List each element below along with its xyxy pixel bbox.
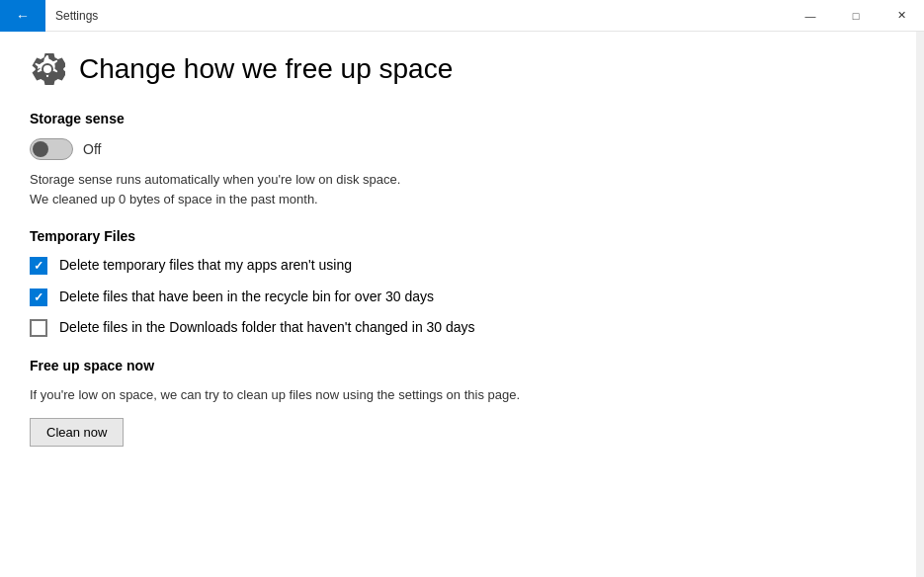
- checkbox-label-3: Delete files in the Downloads folder tha…: [59, 318, 475, 338]
- free-up-space-description: If you're low on space, we can try to cl…: [30, 385, 894, 405]
- toggle-thumb: [33, 141, 48, 157]
- storage-sense-description: Storage sense runs automatically when yo…: [30, 170, 894, 208]
- checkbox-2[interactable]: ✓: [30, 288, 47, 306]
- page-header: Change how we free up space: [30, 51, 894, 87]
- window-title: Settings: [45, 9, 788, 23]
- storage-sense-title: Storage sense: [30, 111, 894, 126]
- checkbox-label-2: Delete files that have been in the recyc…: [59, 288, 434, 307]
- checkbox-3[interactable]: [30, 319, 47, 337]
- temporary-files-section: Temporary Files ✓ Delete temporary files…: [30, 228, 894, 338]
- back-arrow-icon: ←: [16, 8, 30, 24]
- toggle-track: [30, 138, 73, 160]
- storage-sense-section: Storage sense Off Storage sense runs aut…: [30, 111, 894, 208]
- close-button[interactable]: ✕: [879, 0, 924, 32]
- storage-sense-desc-line1: Storage sense runs automatically when yo…: [30, 172, 400, 187]
- checkbox-item-3: Delete files in the Downloads folder tha…: [30, 318, 894, 338]
- gear-icon: [30, 51, 65, 87]
- toggle-state-label: Off: [83, 141, 101, 157]
- window-controls: — □ ✕: [788, 0, 924, 32]
- free-up-space-section: Free up space now If you're low on space…: [30, 358, 894, 448]
- storage-sense-toggle[interactable]: [30, 138, 73, 160]
- minimize-button[interactable]: —: [788, 0, 833, 32]
- checkbox-item-1: ✓ Delete temporary files that my apps ar…: [30, 256, 894, 276]
- storage-sense-desc-line2: We cleaned up 0 bytes of space in the pa…: [30, 192, 318, 206]
- check-mark-2: ✓: [34, 291, 43, 303]
- storage-sense-toggle-row: Off: [30, 138, 894, 160]
- back-button[interactable]: ←: [0, 0, 45, 32]
- scrollbar-track[interactable]: [916, 32, 924, 577]
- checkbox-1[interactable]: ✓: [30, 257, 47, 275]
- checkbox-label-1: Delete temporary files that my apps aren…: [59, 256, 352, 276]
- temporary-files-title: Temporary Files: [30, 228, 894, 244]
- maximize-button[interactable]: □: [833, 0, 879, 32]
- check-mark-1: ✓: [34, 260, 43, 272]
- free-up-space-title: Free up space now: [30, 358, 894, 373]
- page-title: Change how we free up space: [79, 53, 453, 85]
- checkbox-item-2: ✓ Delete files that have been in the rec…: [30, 288, 894, 307]
- clean-now-button[interactable]: Clean now: [30, 418, 124, 447]
- main-content: Change how we free up space Storage sens…: [0, 32, 924, 577]
- title-bar: ← Settings — □ ✕: [0, 0, 924, 32]
